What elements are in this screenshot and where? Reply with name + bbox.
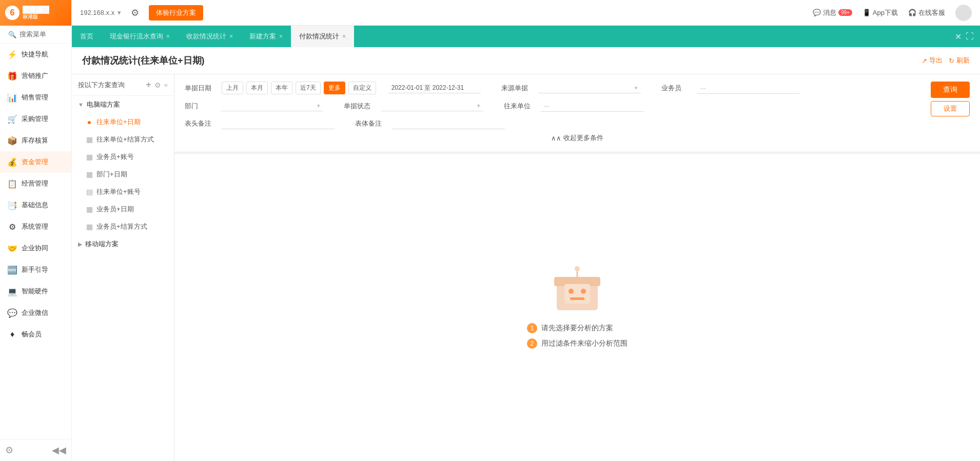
tab-new[interactable]: 新建方案 × [241, 26, 291, 47]
sidebar-wechat-label: 企业微信 [22, 308, 48, 317]
staff-filter-label: 业务员 [661, 84, 687, 93]
app-icon: 📱 [863, 9, 871, 16]
tab-bank-close[interactable]: × [166, 33, 170, 40]
page-title: 付款情况统计(往来单位+日期) [82, 54, 205, 67]
source-select[interactable]: ▾ [538, 83, 641, 93]
sidebar-item-system[interactable]: ⚙ 系统管理 [0, 216, 71, 237]
scheme-panel-label: 按以下方案查询 [78, 81, 125, 90]
date-range-input[interactable] [388, 84, 481, 93]
scheme-item-staff-settle[interactable]: ▦ 业务员+结算方式 [72, 218, 174, 235]
tab-payment-close[interactable]: × [342, 33, 346, 40]
scheme-item-staff-account[interactable]: ▦ 业务员+账号 [72, 148, 174, 166]
svg-point-7 [575, 266, 580, 271]
tab-new-label: 新建方案 [249, 32, 276, 41]
sidebar-item-corp[interactable]: 🤝 企业协同 [0, 237, 71, 259]
empty-step1-label: 请先选择要分析的方案 [541, 324, 613, 333]
refresh-label: 刷新 [956, 56, 970, 65]
online-service-button[interactable]: 🎧 在线客服 [908, 8, 945, 17]
date-btn-last-month[interactable]: 上月 [222, 82, 243, 94]
mobile-scheme-group[interactable]: ▶ 移动端方案 [72, 235, 174, 253]
setting-button[interactable]: 设置 [931, 101, 970, 116]
tab-new-close[interactable]: × [279, 33, 283, 40]
sidebar-item-member[interactable]: ♦ 畅会员 [0, 324, 71, 345]
sidebar-item-search[interactable]: 🔍 搜索菜单 [0, 26, 71, 44]
address-text: 192.168.x.x [80, 9, 114, 16]
settings-icon[interactable]: ⚙ [5, 445, 13, 456]
topbar-gear-button[interactable]: ⚙ [127, 5, 143, 21]
header-note-label: 表头备注 [185, 119, 211, 128]
scheme-item-staff-date[interactable]: ▦ 业务员+日期 [72, 201, 174, 218]
date-btn-this-year[interactable]: 本年 [271, 82, 292, 94]
export-label: 导出 [929, 56, 943, 65]
scheme-settings-button[interactable]: ⚙ [154, 81, 161, 89]
app-download-button[interactable]: 📱 App下载 [863, 8, 898, 17]
sidebar-item-sales[interactable]: 📊 销售管理 [0, 87, 71, 108]
sidebar-item-purchase[interactable]: 🛒 采购管理 [0, 108, 71, 130]
sidebar-item-finance[interactable]: 💰 资金管理 [0, 151, 71, 173]
scheme-item-dept-date[interactable]: ▦ 部门+日期 [72, 166, 174, 183]
date-filter-label: 单据日期 [185, 84, 211, 93]
add-scheme-button[interactable]: + [146, 79, 151, 90]
refresh-button[interactable]: ↻ 刷新 [949, 56, 970, 65]
svg-rect-2 [564, 284, 590, 304]
sidebar-item-marketing[interactable]: 🎁 营销推广 [0, 65, 71, 87]
logo-edition: 标准版 [23, 14, 49, 20]
export-button[interactable]: ↗ 导出 [922, 56, 943, 65]
inventory-icon: 📦 [7, 135, 17, 146]
sidebar-operation-label: 经营管理 [22, 179, 48, 188]
sidebar-item-hardware[interactable]: 💻 智能硬件 [0, 280, 71, 302]
dept-select[interactable]: ▾ [221, 101, 323, 111]
date-btn-more[interactable]: 更多 [324, 82, 345, 94]
scheme-panel: 按以下方案查询 + ⚙ « ▼ 电脑端方案 ● 往来单位+日期 [72, 74, 174, 461]
window-expand-icon[interactable]: ⛶ [966, 32, 974, 41]
collapse-more-button[interactable]: ∧∧ 收起更多条件 [185, 129, 970, 145]
tab-home[interactable]: 首页 [72, 26, 102, 47]
date-btn-this-month[interactable]: 本月 [246, 82, 268, 94]
hardware-icon: 💻 [7, 286, 17, 296]
tab-payment[interactable]: 付款情况统计 × [291, 26, 354, 47]
source-filter-label: 来源单据 [501, 84, 528, 93]
mobile-group-label: 移动端方案 [85, 239, 119, 249]
query-button[interactable]: 查询 [931, 82, 970, 98]
partner-select[interactable]: ··· [541, 101, 643, 112]
collapse-panel-button[interactable]: « [164, 81, 168, 89]
address-dropdown-icon[interactable]: ▾ [117, 9, 121, 16]
sidebar-item-basic[interactable]: 📑 基础信息 [0, 194, 71, 216]
tab-receipt[interactable]: 收款情况统计 × [178, 26, 241, 47]
staff-select[interactable]: ··· [697, 83, 800, 94]
tab-bank[interactable]: 现金银行流水查询 × [102, 26, 178, 47]
user-avatar[interactable] [955, 5, 972, 21]
sidebar-item-guide[interactable]: 🆕 新手引导 [0, 259, 71, 280]
doc-status-filter-label: 单据状态 [344, 102, 370, 111]
sidebar-nav: ⚡ 快捷导航 🎁 营销推广 📊 销售管理 🛒 采购管理 📦 库存核算 💰 资金管… [0, 44, 71, 439]
sidebar-guide-label: 新手引导 [22, 265, 48, 274]
scheme-item-partner-settle[interactable]: ▦ 往来单位+结算方式 [72, 131, 174, 148]
tabbar: 首页 现金银行流水查询 × 收款情况统计 × 新建方案 × 付款情况统计 × ✕… [72, 26, 980, 47]
svg-point-4 [581, 289, 586, 294]
date-btn-custom[interactable]: 自定义 [348, 82, 376, 94]
sidebar-item-inventory[interactable]: 📦 库存核算 [0, 130, 71, 151]
header-note-input[interactable] [222, 118, 335, 129]
window-close-icon[interactable]: ✕ [955, 32, 962, 42]
collapse-sidebar-icon[interactable]: ◀◀ [52, 445, 66, 456]
tab-receipt-close[interactable]: × [229, 33, 233, 40]
desktop-scheme-group[interactable]: ▼ 电脑端方案 [72, 96, 174, 113]
sidebar-hardware-label: 智能硬件 [22, 287, 48, 296]
sidebar-item-wechat[interactable]: 💬 企业微信 [0, 302, 71, 324]
doc-status-select[interactable]: ▾ [381, 101, 483, 111]
filter-row-dept: 部门 ▾ 单据状态 ▾ 往来单位 ··· [185, 101, 920, 112]
scheme-item-partner-account[interactable]: ▤ 往来单位+账号 [72, 183, 174, 201]
date-btn-7days[interactable]: 近7天 [296, 82, 321, 94]
empty-illustration [546, 262, 608, 313]
scheme-item-partner-date[interactable]: ● 往来单位+日期 [72, 113, 174, 131]
finance-icon: 💰 [7, 157, 17, 167]
empty-text: 1 请先选择要分析的方案 2 用过滤条件来缩小分析范围 [527, 323, 628, 354]
sidebar-corp-label: 企业协同 [22, 244, 48, 253]
trial-button[interactable]: 体验行业方案 [149, 5, 203, 21]
step2-num: 2 [527, 338, 537, 349]
body-note-input[interactable] [392, 118, 505, 129]
sidebar-item-quick[interactable]: ⚡ 快捷导航 [0, 44, 71, 65]
message-button[interactable]: 💬 消息 99+ [813, 8, 852, 17]
sidebar-item-operation[interactable]: 📋 经营管理 [0, 173, 71, 194]
service-label: 在线客服 [918, 8, 945, 17]
